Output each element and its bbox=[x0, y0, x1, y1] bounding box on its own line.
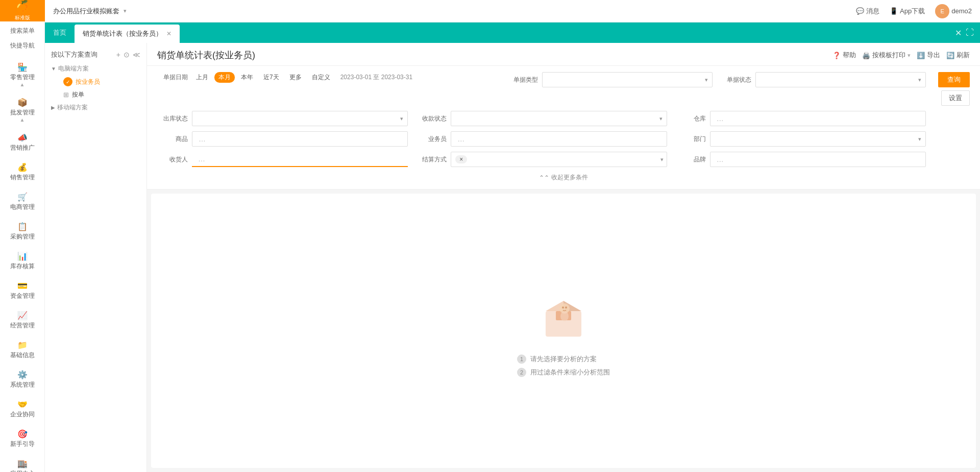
out-status-select[interactable]: ▾ bbox=[192, 111, 408, 126]
doc-type-label: 单据类型 bbox=[507, 76, 538, 84]
goods-input[interactable]: … bbox=[192, 131, 408, 147]
warehouse-label: 仓库 bbox=[675, 114, 706, 123]
sidebar: 🍊 标准版 搜索菜单 快捷导航 🏪 零售管理 ▲ 📦 批发管理 ▲ 📣 营销推广… bbox=[0, 0, 45, 472]
user-avatar-button[interactable]: E demo2 bbox=[935, 4, 972, 18]
date-pill-7days[interactable]: 近7天 bbox=[259, 72, 283, 83]
empty-text: 1 请先选择要分析的方案 2 用过滤条件来缩小分析范围 bbox=[517, 352, 610, 379]
mobile-expand-icon: ▶ bbox=[51, 105, 55, 110]
export-button[interactable]: ⬇️ 导出 bbox=[917, 51, 940, 60]
brand-input[interactable]: … bbox=[710, 152, 926, 167]
sidebar-item-inventory[interactable]: 📊 库存核算 bbox=[0, 246, 45, 276]
doc-type-select[interactable]: ▾ bbox=[542, 72, 713, 87]
quick-nav-item[interactable]: 快捷导航 bbox=[10, 38, 35, 53]
query-button[interactable]: 查询 bbox=[938, 72, 970, 87]
doc-status-label: 单据状态 bbox=[721, 76, 751, 84]
section-pc[interactable]: ▼ 电脑端方案 bbox=[45, 62, 146, 75]
sidebar-item-label: 系统管理 bbox=[10, 381, 35, 389]
section-mobile[interactable]: ▶ 移动端方案 bbox=[45, 101, 146, 114]
empty-step-1-label: 请先选择要分析的方案 bbox=[530, 352, 597, 366]
doc-type-arrow: ▾ bbox=[705, 77, 708, 83]
app-logo[interactable]: 🍊 标准版 bbox=[0, 0, 45, 21]
scheme-active-icon: ✓ bbox=[63, 77, 72, 86]
section-expand-icon: ▼ bbox=[51, 66, 56, 72]
app-dropdown-icon[interactable]: ▾ bbox=[124, 8, 127, 14]
tab-sales-stats[interactable]: 销货单统计表（按业务员） ✕ bbox=[75, 25, 180, 43]
settings-scheme-icon[interactable]: ⊙ bbox=[124, 51, 130, 59]
consignee-dots[interactable]: … bbox=[198, 155, 205, 163]
warehouse-dots[interactable]: … bbox=[717, 114, 724, 123]
date-pill-this-month[interactable]: 本月 bbox=[214, 72, 235, 83]
corp-icon: 🤝 bbox=[17, 399, 28, 409]
sidebar-item-marketing[interactable]: 📣 营销推广 bbox=[0, 128, 45, 157]
print-button[interactable]: 🖨️ 按模板打印 ▾ bbox=[862, 51, 911, 60]
help-button[interactable]: ❓ 帮助 bbox=[832, 51, 856, 60]
empty-step-1: 1 请先选择要分析的方案 bbox=[517, 352, 610, 366]
sidebar-item-wholesale[interactable]: 📦 批发管理 ▲ bbox=[0, 92, 45, 128]
brand-dots[interactable]: … bbox=[717, 155, 724, 163]
sidebar-item-label: 应用中心 bbox=[10, 469, 35, 472]
message-icon: 💬 bbox=[856, 7, 864, 15]
left-panel-title: 按以下方案查询 + ⊙ ≪ bbox=[45, 47, 146, 62]
consignee-input[interactable]: … bbox=[192, 152, 408, 167]
date-label: 单据日期 bbox=[157, 73, 188, 82]
svg-point-6 bbox=[565, 306, 567, 309]
sidebar-item-ecom[interactable]: 🛒 电商管理 bbox=[0, 187, 45, 217]
salesman-dots[interactable]: … bbox=[457, 135, 464, 143]
search-menu-item[interactable]: 搜索菜单 bbox=[10, 21, 35, 38]
sidebar-item-finance[interactable]: 💳 资金管理 bbox=[0, 276, 45, 305]
sidebar-item-label: 基础信息 bbox=[10, 351, 35, 360]
date-pill-more[interactable]: 更多 bbox=[285, 72, 306, 83]
scheme-by-salesman[interactable]: ✓ 按业务员 bbox=[45, 75, 146, 88]
tab-home[interactable]: 首页 bbox=[45, 22, 75, 43]
close-window-icon[interactable]: ✕ bbox=[955, 28, 962, 38]
sidebar-item-system[interactable]: ⚙️ 系统管理 bbox=[0, 365, 45, 394]
left-panel-actions: + ⊙ ≪ bbox=[116, 51, 140, 59]
refresh-label: 刷新 bbox=[957, 51, 970, 60]
sidebar-item-base[interactable]: 📁 基础信息 bbox=[0, 335, 45, 365]
sidebar-item-retail[interactable]: 🏪 零售管理 ▲ bbox=[0, 57, 45, 92]
refresh-button[interactable]: 🔄 刷新 bbox=[946, 51, 970, 60]
sidebar-item-label: 零售管理 bbox=[10, 73, 35, 82]
sidebar-item-label: 营销推广 bbox=[10, 144, 35, 152]
scheme-by-order[interactable]: ⊞ 按单 bbox=[45, 88, 146, 101]
sidebar-item-appstore[interactable]: 🏬 应用中心 bbox=[0, 454, 45, 472]
warehouse-input[interactable]: … bbox=[710, 111, 926, 126]
doc-status-select[interactable]: ▾ bbox=[755, 72, 926, 87]
guide-icon: 🎯 bbox=[17, 429, 28, 439]
tab-close-icon[interactable]: ✕ bbox=[166, 30, 172, 37]
sidebar-item-label: 采购管理 bbox=[10, 232, 35, 241]
app-download-button[interactable]: 📱 App下载 bbox=[890, 7, 925, 16]
settings-button[interactable]: 设置 bbox=[941, 90, 970, 106]
scheme-order-label: 按单 bbox=[72, 90, 84, 99]
date-pill-custom[interactable]: 自定义 bbox=[308, 72, 334, 83]
collect-status-select[interactable]: ▾ bbox=[451, 111, 667, 126]
avatar: E bbox=[935, 4, 949, 18]
print-dropdown-icon[interactable]: ▾ bbox=[908, 52, 911, 59]
brand-label: 品牌 bbox=[675, 155, 706, 164]
sidebar-item-label: 电商管理 bbox=[10, 203, 35, 211]
step-1-number: 1 bbox=[517, 355, 526, 364]
date-pill-prev-month[interactable]: 上月 bbox=[192, 72, 212, 83]
message-button[interactable]: 💬 消息 bbox=[856, 7, 879, 16]
refresh-icon: 🔄 bbox=[946, 52, 954, 59]
sidebar-item-purchase[interactable]: 📋 采购管理 bbox=[0, 217, 45, 246]
main-area: 办公用品行业模拟账套 ▾ 💬 消息 📱 App下载 E demo2 首页 bbox=[45, 0, 980, 472]
maximize-window-icon[interactable]: ⛶ bbox=[966, 28, 974, 37]
add-scheme-icon[interactable]: + bbox=[116, 51, 120, 59]
sidebar-item-label: 销售管理 bbox=[10, 173, 35, 182]
sidebar-item-operation[interactable]: 📈 经营管理 bbox=[0, 305, 45, 335]
sidebar-item-sales[interactable]: 💰 销售管理 bbox=[0, 157, 45, 187]
dept-select[interactable]: ▾ bbox=[710, 131, 926, 147]
salesman-input[interactable]: … bbox=[451, 131, 667, 147]
sidebar-item-guide[interactable]: 🎯 新手引导 bbox=[0, 424, 45, 454]
goods-dots[interactable]: … bbox=[199, 135, 206, 143]
date-pill-this-year[interactable]: 本年 bbox=[237, 72, 257, 83]
collapse-button[interactable]: ⌃⌃ 收起更多条件 bbox=[157, 170, 970, 183]
sidebar-item-corp[interactable]: 🤝 企业协同 bbox=[0, 394, 45, 424]
settle-select[interactable]: × ▾ bbox=[451, 152, 667, 167]
topbar-right: 💬 消息 📱 App下载 E demo2 bbox=[856, 4, 972, 18]
dept-label: 部门 bbox=[675, 135, 706, 144]
collapse-panel-icon[interactable]: ≪ bbox=[133, 51, 140, 59]
empty-illustration bbox=[533, 283, 594, 344]
settle-tag-close[interactable]: × bbox=[459, 156, 463, 163]
